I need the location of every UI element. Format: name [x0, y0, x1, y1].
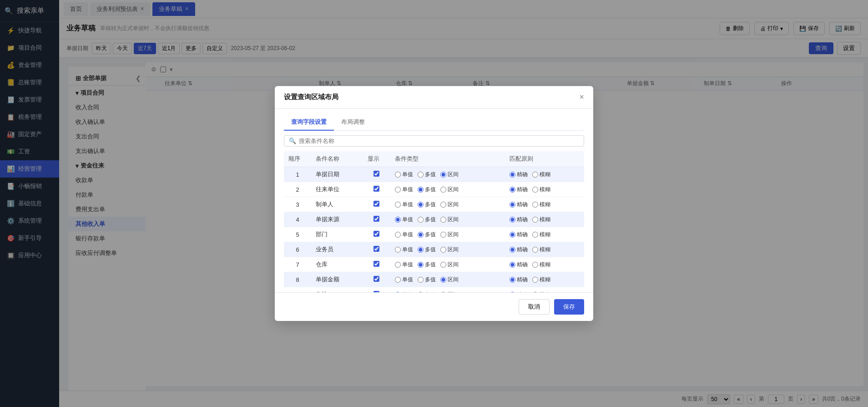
- radio-single[interactable]: [395, 277, 401, 283]
- radio-range[interactable]: [440, 202, 446, 208]
- radio-fuzzy[interactable]: [532, 262, 538, 268]
- modal-close-button[interactable]: ×: [579, 92, 584, 102]
- cancel-button[interactable]: 取消: [519, 299, 550, 315]
- cell-show[interactable]: [363, 212, 390, 227]
- radio-multiple-label[interactable]: 多值: [418, 186, 436, 193]
- radio-fuzzy-label[interactable]: 模糊: [532, 216, 550, 224]
- radio-multiple[interactable]: [418, 187, 424, 193]
- radio-multiple[interactable]: [418, 217, 424, 223]
- radio-range-label[interactable]: 区间: [440, 261, 459, 269]
- radio-fuzzy-label[interactable]: 模糊: [532, 246, 550, 254]
- radio-exact-label[interactable]: 精确: [510, 276, 528, 284]
- radio-single-label[interactable]: 单值: [395, 186, 413, 193]
- radio-exact-label[interactable]: 精确: [510, 171, 528, 178]
- radio-fuzzy[interactable]: [532, 232, 538, 238]
- radio-exact-label[interactable]: 精确: [510, 246, 528, 254]
- radio-single[interactable]: [395, 217, 401, 223]
- radio-range-label[interactable]: 区间: [440, 246, 459, 254]
- radio-exact[interactable]: [510, 277, 515, 283]
- radio-exact[interactable]: [510, 262, 515, 268]
- radio-range[interactable]: [440, 262, 446, 268]
- radio-exact-label[interactable]: 精确: [510, 186, 528, 193]
- cell-show[interactable]: [363, 272, 390, 287]
- radio-exact[interactable]: [510, 232, 515, 238]
- tab-field-settings[interactable]: 查询字段设置: [284, 114, 334, 131]
- modal-save-button[interactable]: 保存: [554, 299, 584, 315]
- radio-range[interactable]: [440, 187, 446, 193]
- radio-exact[interactable]: [510, 247, 515, 253]
- radio-single[interactable]: [395, 172, 401, 178]
- radio-fuzzy[interactable]: [532, 277, 538, 283]
- cell-show[interactable]: [363, 167, 390, 182]
- radio-single[interactable]: [395, 247, 401, 253]
- radio-single[interactable]: [395, 232, 401, 238]
- radio-multiple[interactable]: [418, 202, 424, 208]
- show-checkbox[interactable]: [373, 231, 379, 237]
- radio-multiple[interactable]: [418, 232, 424, 238]
- radio-multiple-label[interactable]: 多值: [418, 171, 436, 178]
- radio-fuzzy-label[interactable]: 模糊: [532, 186, 550, 193]
- cell-show[interactable]: [363, 182, 390, 197]
- radio-single-label[interactable]: 单值: [395, 276, 413, 284]
- radio-single[interactable]: [395, 202, 401, 208]
- radio-exact[interactable]: [510, 172, 515, 178]
- radio-exact-label[interactable]: 精确: [510, 216, 528, 224]
- radio-exact[interactable]: [510, 202, 515, 208]
- cell-show[interactable]: [363, 227, 390, 242]
- radio-exact[interactable]: [510, 217, 515, 223]
- radio-single-label[interactable]: 单值: [395, 201, 413, 209]
- radio-single[interactable]: [395, 262, 401, 268]
- radio-single-label[interactable]: 单值: [395, 216, 413, 224]
- radio-multiple[interactable]: [418, 277, 424, 283]
- radio-exact-label[interactable]: 精确: [510, 231, 528, 239]
- radio-fuzzy[interactable]: [532, 187, 538, 193]
- radio-multiple[interactable]: [418, 172, 424, 178]
- radio-fuzzy-label[interactable]: 模糊: [532, 231, 550, 239]
- show-checkbox[interactable]: [373, 276, 379, 282]
- radio-fuzzy-label[interactable]: 模糊: [532, 201, 550, 209]
- radio-range[interactable]: [440, 217, 446, 223]
- radio-multiple-label[interactable]: 多值: [418, 261, 436, 269]
- show-checkbox[interactable]: [373, 216, 379, 222]
- radio-range[interactable]: [440, 277, 446, 283]
- radio-range-label[interactable]: 区间: [440, 216, 459, 224]
- show-checkbox[interactable]: [373, 246, 379, 252]
- radio-range[interactable]: [440, 247, 446, 253]
- radio-multiple-label[interactable]: 多值: [418, 201, 436, 209]
- radio-multiple[interactable]: [418, 262, 424, 268]
- radio-single-label[interactable]: 单值: [395, 246, 413, 254]
- radio-exact-label[interactable]: 精确: [510, 261, 528, 269]
- radio-single-label[interactable]: 单值: [395, 231, 413, 239]
- radio-fuzzy-label[interactable]: 模糊: [532, 171, 550, 178]
- radio-multiple-label[interactable]: 多值: [418, 246, 436, 254]
- radio-fuzzy[interactable]: [532, 172, 538, 178]
- radio-exact-label[interactable]: 精确: [510, 201, 528, 209]
- cell-show[interactable]: [363, 287, 390, 293]
- radio-range[interactable]: [440, 232, 446, 238]
- show-checkbox[interactable]: [373, 171, 379, 177]
- radio-range-label[interactable]: 区间: [440, 201, 459, 209]
- cell-show[interactable]: [363, 242, 390, 257]
- tab-layout-adjust[interactable]: 布局调整: [334, 114, 372, 131]
- radio-range-label[interactable]: 区间: [440, 276, 459, 284]
- radio-range-label[interactable]: 区间: [440, 171, 459, 178]
- radio-multiple-label[interactable]: 多值: [418, 276, 436, 284]
- radio-single[interactable]: [395, 187, 401, 193]
- show-checkbox[interactable]: [373, 186, 379, 192]
- search-input[interactable]: [299, 137, 579, 144]
- radio-exact[interactable]: [510, 187, 515, 193]
- radio-multiple[interactable]: [418, 247, 424, 253]
- radio-single-label[interactable]: 单值: [395, 261, 413, 269]
- radio-fuzzy-label[interactable]: 模糊: [532, 261, 550, 269]
- show-checkbox[interactable]: [373, 201, 379, 207]
- radio-multiple-label[interactable]: 多值: [418, 231, 436, 239]
- radio-single-label[interactable]: 单值: [395, 171, 413, 178]
- radio-range-label[interactable]: 区间: [440, 231, 459, 239]
- radio-fuzzy[interactable]: [532, 217, 538, 223]
- radio-fuzzy[interactable]: [532, 202, 538, 208]
- radio-fuzzy[interactable]: [532, 247, 538, 253]
- radio-range[interactable]: [440, 172, 446, 178]
- radio-multiple-label[interactable]: 多值: [418, 216, 436, 224]
- show-checkbox[interactable]: [373, 261, 379, 267]
- cell-show[interactable]: [363, 197, 390, 212]
